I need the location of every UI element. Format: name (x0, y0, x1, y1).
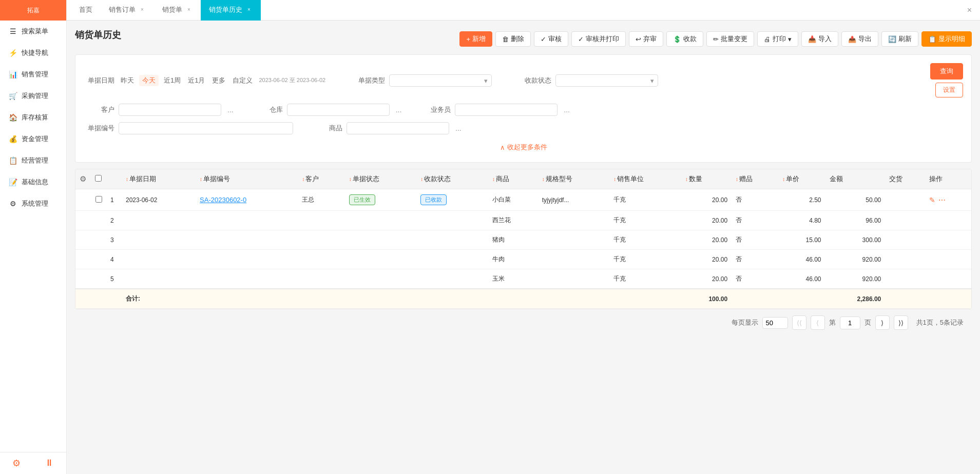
more-action-icon[interactable]: ⋯ (938, 196, 946, 204)
sidebar-item-purchase[interactable]: 🛒 采购管理 (0, 85, 66, 107)
date-opt-custom[interactable]: 自定义 (230, 75, 255, 86)
table-settings-icon[interactable]: ⚙ (80, 174, 86, 183)
date-opt-more[interactable]: 更多 (210, 75, 227, 86)
cell-checkbox[interactable] (91, 269, 106, 289)
sidebar-item-basicinfo[interactable]: 📝 基础信息 (0, 171, 66, 193)
cell-doc-no[interactable] (196, 230, 298, 250)
cell-doc-no[interactable] (196, 269, 298, 289)
show-detail-button[interactable]: 📋 显示明细 (921, 31, 972, 47)
cell-checkbox[interactable] (91, 211, 106, 230)
close-all-tabs[interactable]: × (963, 4, 976, 17)
date-opt-today[interactable]: 今天 (139, 75, 159, 86)
th-settings[interactable]: ⚙ (75, 169, 91, 189)
export-button[interactable]: 📤 导出 (841, 31, 878, 47)
th-quantity[interactable]: ↕数量 (681, 169, 732, 189)
tab-sales-history[interactable]: 销货单历史 × (201, 0, 261, 21)
bottom-pause-icon[interactable]: ⏸ (45, 458, 54, 469)
collect-button[interactable]: 💲 收款 (666, 31, 703, 47)
tab-sales-order[interactable]: 销售订单 × (101, 0, 154, 21)
cell-doc-no[interactable] (196, 211, 298, 230)
tab-close-sales-history[interactable]: × (245, 6, 253, 13)
edit-action-icon[interactable]: ✎ (929, 196, 935, 204)
cell-actions: ✎⋯ (925, 189, 971, 211)
cell-doc-no[interactable]: SA-20230602-0 (196, 189, 298, 211)
prev-page-btn[interactable]: ⟨ (811, 315, 825, 330)
print-button[interactable]: 🖨 打印 ▾ (757, 31, 798, 47)
cell-doc-no[interactable] (196, 250, 298, 269)
add-button[interactable]: + 新增 (459, 31, 492, 47)
payment-status-input[interactable] (555, 74, 658, 87)
next-page-btn[interactable]: ⟩ (875, 315, 890, 330)
sidebar-item-sales[interactable]: 📊 销售管理 (0, 64, 66, 85)
warehouse-input[interactable] (287, 104, 390, 116)
first-page-btn[interactable]: ⟨⟨ (792, 315, 806, 330)
th-doc-date[interactable]: ↕单据日期 (122, 169, 196, 189)
delete-button[interactable]: 🗑 删除 (495, 31, 531, 47)
cell-checkbox[interactable] (91, 189, 106, 211)
tab-close-sales-goods[interactable]: × (185, 6, 193, 13)
inventory-icon: 🏠 (8, 113, 17, 122)
cell-sales-unit: 千克 (609, 211, 681, 230)
cell-checkbox[interactable] (91, 250, 106, 269)
tab-home[interactable]: 首页 (71, 0, 101, 21)
sidebar-item-search[interactable]: ☰ 搜索菜单 (0, 21, 66, 42)
th-goods[interactable]: ↕商品 (488, 169, 538, 189)
collapse-button[interactable]: ∧ 收起更多条件 (500, 143, 547, 152)
sidebar-item-finance[interactable]: 💰 资金管理 (0, 128, 66, 150)
date-opt-last1month[interactable]: 近1月 (186, 75, 207, 86)
th-customer[interactable]: ↕客户 (298, 169, 344, 189)
import-button[interactable]: 📥 导入 (801, 31, 838, 47)
th-doc-no[interactable]: ↕单据编号 (196, 169, 298, 189)
table-row: 2 西兰花 千克 20.00 否 4.80 96.00 (75, 211, 971, 230)
sidebar-item-label: 经营管理 (22, 156, 48, 165)
customer-input[interactable] (119, 104, 221, 116)
abandon-icon: ↩ (636, 35, 641, 43)
th-payment-status[interactable]: ↕收款状态 (416, 169, 488, 189)
sidebar-item-quicknav[interactable]: ⚡ 快捷导航 (0, 42, 66, 64)
operations-icon: 📋 (8, 156, 17, 165)
per-page-select[interactable]: 20 50 100 (762, 317, 788, 329)
doc-type-input[interactable] (389, 74, 492, 87)
warehouse-picker[interactable]: ... (396, 106, 402, 114)
staff-input[interactable] (455, 104, 558, 116)
date-opt-last7[interactable]: 近1周 (162, 75, 183, 86)
refresh-button[interactable]: 🔄 刷新 (881, 31, 918, 47)
th-checkbox[interactable] (91, 169, 106, 189)
docno-input[interactable] (119, 122, 293, 134)
page-number-input[interactable] (840, 317, 860, 329)
th-sales-unit[interactable]: ↕销售单位 (609, 169, 681, 189)
select-all-checkbox[interactable] (95, 175, 102, 182)
cell-doc-date (122, 211, 196, 230)
payment-status-badge: 已收款 (420, 194, 447, 205)
th-gift[interactable]: ↕赠品 (732, 169, 778, 189)
cell-goods: 小白菜 (488, 189, 538, 211)
bottom-settings-icon[interactable]: ⚙ (12, 458, 21, 469)
customer-picker[interactable]: ... (227, 106, 234, 114)
cell-goods: 牛肉 (488, 250, 538, 269)
sidebar-item-sysmgmt[interactable]: ⚙ 系统管理 (0, 193, 66, 214)
sidebar-item-operations[interactable]: 📋 经营管理 (0, 150, 66, 171)
doc-no-link[interactable]: SA-20230602-0 (200, 196, 246, 204)
th-spec[interactable]: ↕规格型号 (538, 169, 610, 189)
th-unit-price[interactable]: ↕单价 (778, 169, 825, 189)
goods-picker[interactable]: ... (455, 124, 462, 132)
tab-close-sales-order[interactable]: × (139, 6, 146, 13)
summary-total-amount: 2,286.00 (825, 289, 886, 309)
batch-change-button[interactable]: ✏ 批量变更 (706, 31, 754, 47)
abandon-button[interactable]: ↩ 弃审 (629, 31, 663, 47)
audit-button[interactable]: ✓ 审核 (534, 31, 568, 47)
sidebar-item-inventory[interactable]: 🏠 库存核算 (0, 107, 66, 128)
query-button[interactable]: 查询 (930, 63, 963, 80)
date-filter: 单据日期 昨天 今天 近1周 近1月 更多 自定义 2023-06-02 至 2… (84, 75, 325, 86)
date-opt-yesterday[interactable]: 昨天 (119, 75, 136, 86)
tab-sales-goods[interactable]: 销货单 × (154, 0, 201, 21)
staff-picker[interactable]: ... (564, 106, 570, 114)
audit-print-button[interactable]: ✓ 审核并打印 (571, 31, 626, 47)
page-header: 销货单历史 + 新增 🗑 删除 ✓ 审核 ✓ 审核并打印 (75, 29, 972, 49)
goods-input[interactable] (347, 122, 449, 134)
cell-checkbox[interactable] (91, 230, 106, 250)
th-doc-status[interactable]: ↕单据状态 (345, 169, 417, 189)
settings-button[interactable]: 设置 (935, 83, 963, 97)
last-page-btn[interactable]: ⟩⟩ (894, 315, 908, 330)
row-checkbox[interactable] (95, 196, 102, 203)
